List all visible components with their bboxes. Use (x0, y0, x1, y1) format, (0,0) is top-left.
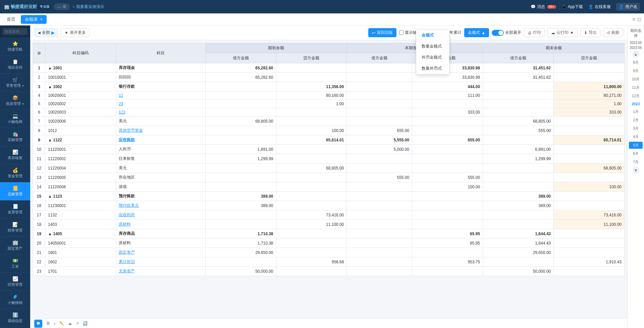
cell-no: 1 (33, 63, 45, 73)
status-sync-icon[interactable]: 🔄 (83, 321, 88, 326)
lang-indicator[interactable]: 英 (46, 321, 50, 326)
window-minimize[interactable]: ⚙ (63, 4, 66, 9)
cell-debit-curr (347, 182, 412, 192)
sidebar-item-capital[interactable]: 💰 资金管理 (0, 164, 30, 182)
format-qty-amount-option[interactable]: 数量金额式 (416, 41, 449, 52)
format-dropdown-btn[interactable]: 金额式 ▲ 金额式 数量金额式 外币金额式 数量外币式 (464, 28, 489, 37)
sidebar-item-retail[interactable]: 🛒 零售管理 ▼ (0, 74, 30, 92)
month-7[interactable]: 7月 (629, 158, 643, 166)
sidebar-item-invoice[interactable]: 🧾 发票管理 (0, 200, 30, 218)
sidebar-item-purchase[interactable]: 🛍️ 采购管理 (0, 128, 30, 146)
month-2[interactable]: 2月 (629, 117, 643, 124)
month-6[interactable]: 6月 (629, 150, 643, 157)
cell-credit-curr (412, 192, 483, 201)
cell-credit-open: 11,100.00 (276, 220, 347, 229)
cell-credit-curr (412, 163, 483, 173)
chat-btn[interactable]: 💬 (34, 320, 42, 328)
refresh-btn[interactable]: ↺ 刷新 (603, 28, 623, 37)
back-old-version-btn[interactable]: ↩ 退回旧版 (368, 28, 396, 37)
cell-credit-close (554, 117, 625, 126)
cell-code: 11220002 (45, 154, 116, 163)
sidebar-item-sales[interactable]: 🧳 小畅报销 (0, 291, 30, 309)
cell-subject: 预付款美元 (116, 201, 205, 210)
cell-code: ▲ 1002 (45, 82, 116, 91)
print-btn[interactable]: 🖨 打印 (524, 28, 545, 37)
toggle-switch-control[interactable] (492, 30, 504, 36)
cell-credit-close (554, 248, 625, 257)
message-btn[interactable]: 💬 消息 99+ (531, 4, 556, 10)
period-up-btn[interactable]: ▲ (633, 51, 639, 58)
auxiliary-checkbox-input[interactable] (399, 30, 404, 35)
month-9[interactable]: 9月 (629, 67, 643, 74)
cell-credit-curr (412, 126, 483, 135)
status-arrow-icon[interactable]: ↗ (76, 321, 79, 326)
tab-close-icon[interactable]: ✕ (40, 17, 43, 21)
cell-credit-open: 1.00 (276, 100, 347, 108)
tab-balance[interactable]: 余额表 ✕ (21, 15, 47, 24)
th-code: 科目编码 (45, 43, 116, 63)
cell-subject: 预付账款 (116, 192, 205, 201)
cell-credit-open (276, 229, 347, 239)
th-gear: ⚙ (33, 43, 45, 63)
sales-icon: 🧳 (1, 294, 29, 300)
sidebar-item-inventory[interactable]: 📊 库存核算 (0, 146, 30, 164)
sidebar-item-wholesale[interactable]: 📦 批发管理 ▼ (0, 92, 30, 110)
format-qty-foreign-option[interactable]: 数量外币式 (416, 63, 449, 74)
sidebar-item-project[interactable]: 📋 项目合同 (0, 56, 30, 74)
sidebar-item-salary[interactable]: 💵 工资 (0, 255, 30, 273)
cell-credit-curr: 333.00 (412, 108, 483, 117)
status-cloud-icon[interactable]: ☁ (68, 321, 72, 326)
table-row: 3 ▲ 1002 银行存款 11,356.00 444.00 11,800.00 (33, 82, 625, 91)
sidebar-item-quick-nav[interactable]: ⭐ 快捷导航 (0, 38, 30, 56)
year-2023[interactable]: 2023 (629, 101, 643, 107)
month-5[interactable]: 5月 (629, 142, 643, 149)
table-row: 16 11230001 预付款美元 389.00 389.00 (33, 201, 625, 210)
cell-code: 10020002 (45, 100, 116, 108)
cell-debit-open: 65,282.60 (205, 73, 276, 82)
month-3[interactable]: 3月 (629, 125, 643, 132)
sidebar-search-input[interactable] (3, 28, 28, 35)
cell-no: 21 (33, 248, 45, 257)
cloud-print-btn[interactable]: ☁ 云打印 ▼ (547, 28, 578, 37)
period-down-btn[interactable]: ▼ (633, 167, 639, 174)
cell-debit-close (483, 210, 554, 220)
th-closing-balance: 期末余额 (483, 43, 625, 53)
period-start: 2023.05 (630, 41, 642, 45)
month-11[interactable]: 11月 (629, 84, 643, 91)
online-service-btn[interactable]: 👤 在线客服 (588, 4, 611, 10)
demo-link[interactable]: ○ 我要看实例演示 (72, 4, 104, 10)
sidebar-item-fixed-assets[interactable]: 🏢 固定资产 (0, 237, 30, 255)
format-amount-option[interactable]: 金额式 (416, 30, 449, 41)
cell-code: 11220006 (45, 182, 116, 192)
all-button[interactable]: ◀ 全部 ▶ (34, 28, 58, 37)
sidebar-item-tax[interactable]: 📝 税务管理 (0, 218, 30, 237)
tab-close-window[interactable]: ✕ (632, 17, 636, 22)
cell-debit-close: 31,451.62 (483, 63, 554, 73)
month-8[interactable]: 8月 (629, 59, 643, 66)
sidebar-item-ecommerce[interactable]: 💻 小畅电商 (0, 110, 30, 128)
tab-maximize[interactable]: ⊡ (637, 17, 641, 22)
month-12[interactable]: 12月 (629, 92, 643, 100)
cell-code: ▲ 1001 (45, 63, 116, 73)
month-4[interactable]: 4月 (629, 133, 643, 140)
cell-credit-close: 60,714.01 (554, 135, 625, 145)
operations-icon: 📈 (1, 276, 29, 281)
cell-debit-curr (347, 239, 412, 248)
status-edit-icon[interactable]: ✏️ (59, 321, 64, 326)
expand-all-toggle[interactable]: 全部展开 (492, 30, 521, 36)
cell-code: 1403 (45, 220, 116, 229)
export-btn[interactable]: ⬇ 导出 (580, 28, 600, 37)
export-label: 导出 (589, 30, 597, 36)
tab-home[interactable]: 首页 (3, 15, 19, 24)
app-download-btn[interactable]: 📱 App下载 (561, 4, 583, 10)
month-10[interactable]: 10月 (629, 76, 643, 83)
month-1[interactable]: 1月 (629, 108, 643, 115)
sidebar-item-operations[interactable]: 📈 经营管理 (0, 273, 30, 291)
user-profile[interactable]: 👤 用户名 (616, 3, 640, 11)
expand-button[interactable]: ▼ 展开更多 (61, 28, 90, 37)
sidebar-item-basic[interactable]: ℹ️ 基础信息 (0, 309, 30, 327)
cell-code: ▲ 1123 (45, 192, 116, 201)
capital-icon: 💰 (1, 168, 29, 173)
sidebar-item-ledger[interactable]: 📒 总账管理 (0, 182, 30, 200)
format-foreign-option[interactable]: 外币金额式 (416, 52, 449, 63)
